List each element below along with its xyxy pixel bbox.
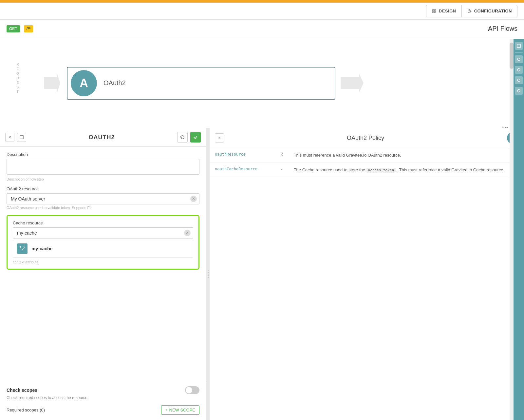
svg-point-9 xyxy=(517,79,520,82)
description-hint: Description of flow step xyxy=(7,177,199,181)
check-scopes-desc: Check required scopes to access the reso… xyxy=(7,395,199,400)
cache-resource-dropdown: my-cache xyxy=(13,240,193,258)
policy-param-required: X xyxy=(275,148,289,162)
svg-point-7 xyxy=(517,58,520,61)
cache-resource-clear-button[interactable]: × xyxy=(184,230,191,236)
http-method-badge: GET xyxy=(7,25,20,32)
oauth-icon: A xyxy=(71,70,97,96)
api-flows-title: API Flows xyxy=(488,25,517,32)
new-scope-button[interactable]: + NEW SCOPE xyxy=(161,405,199,415)
cache-dropdown-item-icon xyxy=(17,243,28,254)
oauth-resource-input[interactable] xyxy=(7,193,199,204)
policy-param-required-2: - xyxy=(275,162,289,177)
header-actions: DESIGN CONFIGURATION xyxy=(426,5,517,17)
sidebar-item-5[interactable] xyxy=(515,87,523,95)
main-scrollbar[interactable] xyxy=(510,39,514,420)
description-label: Description xyxy=(7,152,199,157)
left-panel-save-button[interactable] xyxy=(190,132,201,143)
check-scopes-section: Check scopes Check required scopes to ac… xyxy=(0,381,206,420)
oauth-resource-field-group: OAuth2 resource × OAuth2 resource used t… xyxy=(7,186,199,210)
toggle-knob xyxy=(186,387,192,393)
svg-rect-6 xyxy=(517,44,520,48)
api-path-badge: /** xyxy=(24,25,33,32)
policy-param-name: oauthResource xyxy=(210,148,275,162)
cache-dropdown-item[interactable]: my-cache xyxy=(13,240,193,257)
left-panel-square-button[interactable] xyxy=(17,133,26,142)
scrollbar-thumb[interactable] xyxy=(510,43,514,69)
gear-icon xyxy=(467,9,472,14)
oauth-node-label: OAuth2 xyxy=(103,79,126,87)
check-scopes-toggle[interactable] xyxy=(185,386,199,394)
oauth-resource-label: OAuth2 resource xyxy=(7,186,199,191)
design-icon xyxy=(432,9,437,14)
policy-param-desc: This must reference a valid Gravitee.io … xyxy=(289,148,524,162)
top-bar xyxy=(0,0,524,3)
flow-right-arrow xyxy=(341,73,364,93)
right-sidebar xyxy=(514,39,524,420)
oauth-icon-letter: A xyxy=(80,76,88,90)
sidebar-item-4[interactable] xyxy=(515,76,523,84)
left-panel-reset-button[interactable] xyxy=(177,132,188,143)
table-row: oauthResource X This must reference a va… xyxy=(210,148,524,162)
design-tab-button[interactable]: DESIGN xyxy=(426,6,461,16)
policy-table-container: oauthResource X This must reference a va… xyxy=(210,148,524,420)
svg-point-0 xyxy=(469,10,470,12)
header: DESIGN CONFIGURATION xyxy=(0,3,524,20)
panels-area: × OAUTH2 xyxy=(0,128,524,420)
resizer-dots xyxy=(206,270,210,278)
svg-point-10 xyxy=(517,89,520,92)
policy-table: oauthResource X This must reference a va… xyxy=(210,148,524,177)
cache-resource-input[interactable] xyxy=(13,227,193,239)
right-panel-title: OAuth2 Policy xyxy=(227,135,504,142)
sidebar-item-2[interactable] xyxy=(515,55,523,63)
oauth-resource-hint: OAuth2 resource used to validate token. … xyxy=(7,206,199,210)
left-panel: × OAUTH2 xyxy=(0,128,206,420)
svg-rect-5 xyxy=(20,136,23,139)
policy-param-desc-2: The Cache resource used to store the acc… xyxy=(289,162,524,177)
description-textarea[interactable] xyxy=(7,159,199,175)
cache-resource-input-wrapper: × xyxy=(13,227,193,239)
flow-left-arrow xyxy=(44,73,60,93)
flow-canvas: A OAuth2 xyxy=(14,38,517,128)
oauth-resource-clear-button[interactable]: × xyxy=(190,196,197,202)
policy-param-name-2: oauthCacheResource xyxy=(210,162,275,177)
cache-resource-section: Cache resource × xyxy=(7,215,199,270)
sidebar-item-1[interactable] xyxy=(515,42,523,50)
right-panel-header: × OAuth2 Policy A xyxy=(210,128,524,148)
oauth-node[interactable]: A OAuth2 xyxy=(67,67,335,100)
new-scope-label: + NEW SCOPE xyxy=(165,408,195,412)
sidebar-item-3[interactable] xyxy=(515,66,523,74)
cache-resource-label: Cache resource xyxy=(13,220,193,225)
required-scopes-label: Required scopes (0) xyxy=(7,408,45,412)
check-scopes-header: Check scopes xyxy=(7,386,199,394)
design-label: DESIGN xyxy=(439,9,456,13)
right-panel-close-button[interactable]: × xyxy=(215,133,224,143)
left-panel-title: OAUTH2 xyxy=(29,134,175,141)
context-attribute-hint: context attribute. xyxy=(13,260,193,264)
svg-point-8 xyxy=(517,68,520,71)
left-panel-close-button[interactable]: × xyxy=(5,133,14,142)
table-row: oauthCacheResource - The Cache resource … xyxy=(210,162,524,177)
main-area: GET /** API Flows R E Q U E S T A OAuth2… xyxy=(0,20,524,420)
configuration-tab-button[interactable]: CONFIGURATION xyxy=(462,6,517,16)
panel-resizer[interactable] xyxy=(206,128,210,420)
right-panel: × OAuth2 Policy A oauthResource X This m… xyxy=(210,128,524,420)
check-scopes-title: Check scopes xyxy=(7,388,37,393)
configuration-label: CONFIGURATION xyxy=(474,9,512,13)
oauth-resource-input-wrapper: × xyxy=(7,193,199,204)
code-inline-access-token: access_token xyxy=(366,168,396,173)
left-panel-header: × OAUTH2 xyxy=(0,128,206,147)
cache-dropdown-item-label: my-cache xyxy=(31,246,53,251)
api-path-bar: GET /** API Flows xyxy=(0,20,524,38)
description-field-group: Description Description of flow step xyxy=(7,152,199,181)
required-scopes-row: Required scopes (0) + NEW SCOPE xyxy=(7,405,199,415)
left-panel-body: Description Description of flow step OAu… xyxy=(0,147,206,381)
